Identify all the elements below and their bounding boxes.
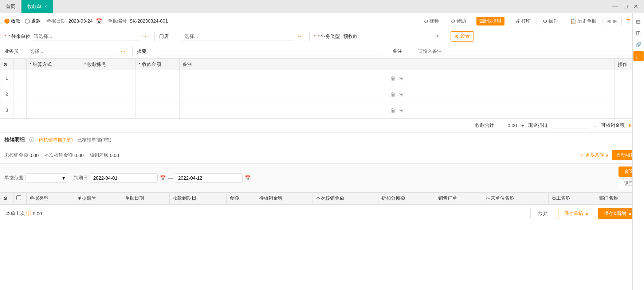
footer-info-icon[interactable]: ⓘ xyxy=(26,210,31,217)
tab-home-label: 首页 xyxy=(6,3,15,10)
history-button[interactable]: 📋 历史单据 xyxy=(569,17,598,25)
select-all-checkbox[interactable] xyxy=(16,195,21,200)
table-gear-icon[interactable]: ⚙ xyxy=(3,62,8,67)
minimize-button[interactable]: — xyxy=(611,3,620,10)
print-button[interactable]: 🖨 打印 xyxy=(514,17,532,25)
calendar-from-icon[interactable]: 📅 xyxy=(160,175,166,181)
account-input-2[interactable] xyxy=(27,86,81,102)
pending-link[interactable]: 待核销单据(0笔) xyxy=(39,137,73,143)
save-draft-button[interactable]: 保存草稿 ▲ xyxy=(558,208,596,219)
settle-method-input-2[interactable] xyxy=(13,86,26,102)
note-input[interactable] xyxy=(416,47,640,55)
footer-info: 本单上次 ⓘ 0.00 xyxy=(6,210,42,217)
maximize-button[interactable]: □ xyxy=(623,3,629,10)
diff-stat: 核销差额 0.00 xyxy=(90,152,119,158)
delete-row-1-icon[interactable]: 🗑 xyxy=(389,75,397,81)
discard-button[interactable]: 放弃 xyxy=(530,208,555,219)
bottom-table-wrap: ⚙ 单据类型 单据编号 单据日期 收款到期日 金额 待核销金额 本次核销金额 折… xyxy=(0,192,644,204)
data-table: ⚙ * 结算方式 * 收款账号 * 收款金额 备注 操作 xyxy=(0,59,644,118)
amount-cell-1[interactable] xyxy=(81,70,136,86)
settle-method-cell-1[interactable] xyxy=(13,70,27,86)
summary-row: 收款合计 0.00 + 现金折扣: = 可核销金额 0.00 xyxy=(0,118,644,132)
done-link[interactable]: 已核销单据(0笔) xyxy=(77,137,111,143)
sidebar-layout-icon[interactable]: ◫ xyxy=(633,28,644,38)
account-header: * 收款账号 xyxy=(81,59,136,70)
delete-row-3-icon[interactable]: 🗑 xyxy=(389,107,397,113)
sidebar-expand-icon[interactable]: ⬚ xyxy=(633,51,644,61)
save-new-label: 保存&新增 xyxy=(604,210,626,217)
list-view-icon[interactable]: ≡ xyxy=(626,17,630,25)
doc-date-field: 单据日期 2023-03-24 📅 xyxy=(47,18,102,24)
business-type-select[interactable]: 预收款 ▼ xyxy=(341,32,441,41)
nav-prev-icon[interactable]: ◀ xyxy=(607,18,610,24)
settle-method-input-1[interactable] xyxy=(13,70,26,86)
note-header: 备注 xyxy=(180,59,615,70)
amount-input-2[interactable] xyxy=(81,86,136,102)
bottom-gear-icon[interactable]: ⚙ xyxy=(3,196,8,201)
summary-label: 摘要 xyxy=(137,48,159,55)
gear-header[interactable]: ⚙ xyxy=(0,59,13,70)
tab-close-icon[interactable]: × xyxy=(44,4,47,9)
settle-method-cell-3[interactable] xyxy=(13,102,27,118)
video-button[interactable]: ⊙ 视频 xyxy=(423,17,440,25)
vendor-more-icon[interactable]: ··· xyxy=(141,33,150,40)
amount-cell-2[interactable] xyxy=(81,86,136,102)
business-type-value: 预收款 xyxy=(343,33,436,40)
copy-row-2-icon[interactable]: ⊞ xyxy=(398,91,405,97)
note-cell-3[interactable] xyxy=(136,102,180,118)
date-from-input[interactable] xyxy=(90,173,158,183)
summary-input[interactable] xyxy=(160,47,384,55)
note-input-1[interactable] xyxy=(136,70,179,86)
employee-header: 员工名称 xyxy=(548,193,596,204)
delete-row-2-icon[interactable]: 🗑 xyxy=(389,91,397,97)
bottom-checkbox-header[interactable] xyxy=(13,193,27,204)
note-input-3[interactable] xyxy=(136,102,179,118)
verify-info-icon[interactable]: ⓘ xyxy=(29,137,34,143)
copy-row-3-icon[interactable]: ⊞ xyxy=(398,107,405,113)
nav-next-icon[interactable]: ▶ xyxy=(613,18,617,24)
tab-active[interactable]: 收款单 × xyxy=(21,0,53,13)
amount-input-3[interactable] xyxy=(81,102,136,118)
shortcut-button[interactable]: ⌨ 快捷键 xyxy=(476,17,504,26)
account-cell-1[interactable] xyxy=(27,70,81,86)
more-conditions-button[interactable]: ▽ 更多条件 ∧ xyxy=(580,152,609,158)
close-button[interactable]: ✕ xyxy=(632,3,640,10)
date-to-input[interactable] xyxy=(175,173,243,183)
account-input-3[interactable] xyxy=(27,102,81,118)
calendar-to-icon[interactable]: 📅 xyxy=(245,175,251,181)
verify-stats: 未核销金额 0.00 本次核销金额 0.00 核销差额 0.00 ▽ 更多条件 … xyxy=(0,147,644,164)
settle-method-cell-2[interactable] xyxy=(13,86,27,102)
copy-row-1-icon[interactable]: ⊞ xyxy=(398,75,405,81)
action-button[interactable]: ⚙ 操作 xyxy=(541,17,559,25)
note-cell-1[interactable] xyxy=(136,70,180,86)
salesperson-more-icon[interactable]: ··· xyxy=(118,48,127,55)
note-cell-2[interactable] xyxy=(136,86,180,102)
note-input-2[interactable] xyxy=(136,86,179,102)
shop-input[interactable] xyxy=(182,32,294,40)
gear-icon: ⚙ xyxy=(455,34,459,39)
bottom-gear-header[interactable]: ⚙ xyxy=(0,193,13,204)
receive-radio[interactable]: 收款 xyxy=(4,18,20,24)
refund-radio[interactable]: 退款 xyxy=(25,18,41,24)
amount-cell-3[interactable] xyxy=(81,102,136,118)
calendar-icon[interactable]: 📅 xyxy=(96,18,102,24)
action-label: 操作 xyxy=(549,18,558,24)
row-num-1: 1 xyxy=(0,70,13,86)
tab-home[interactable]: 首页 xyxy=(0,0,21,13)
sidebar-table-icon[interactable]: ▤ xyxy=(633,16,644,26)
account-cell-3[interactable] xyxy=(27,102,81,118)
range-select[interactable]: ▼ xyxy=(25,173,69,183)
shop-more-icon[interactable]: ··· xyxy=(296,33,305,40)
right-sidebar: ▤ ◫ 🔗 ⬚ xyxy=(632,13,644,290)
salesperson-input[interactable] xyxy=(28,47,117,55)
account-input-1[interactable] xyxy=(27,70,81,86)
help-button[interactable]: ⊙ 帮助 xyxy=(449,17,467,25)
amount-input-1[interactable] xyxy=(81,70,136,86)
settings-button[interactable]: ⚙ 设置 xyxy=(451,31,474,42)
discount-input[interactable] xyxy=(553,122,589,129)
settle-method-input-3[interactable] xyxy=(13,102,26,118)
vendor-input[interactable] xyxy=(32,32,139,40)
account-cell-2[interactable] xyxy=(27,86,81,102)
refund-radio-dot xyxy=(25,19,30,24)
sidebar-link-icon[interactable]: 🔗 xyxy=(633,39,644,50)
